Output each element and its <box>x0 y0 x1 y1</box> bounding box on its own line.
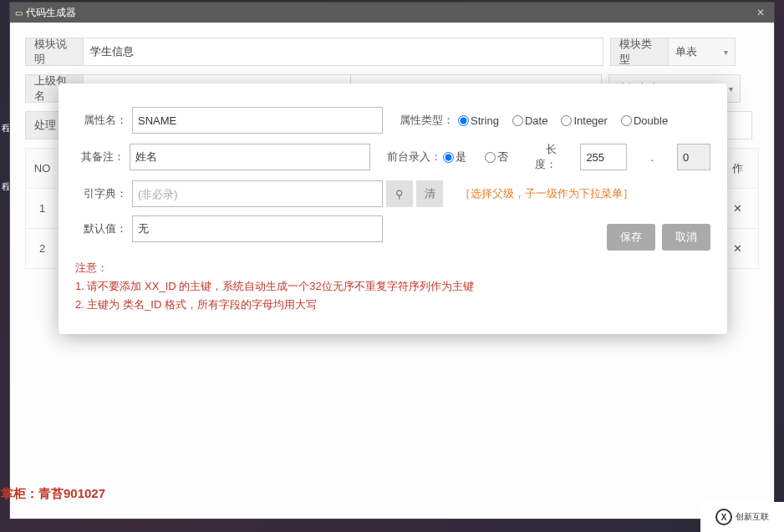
modal-row-dict: 引字典： ⚲ 清 ［选择父级，子一级作为下拉菜单］ <box>75 180 710 207</box>
save-button[interactable]: 保存 <box>607 224 655 251</box>
dict-clear-button[interactable]: 清 <box>416 180 443 207</box>
front-input-radio-group: 是 否 长度： . <box>443 142 710 172</box>
radio-double[interactable]: Double <box>621 114 668 127</box>
attr-type-label: 属性类型： <box>400 113 458 128</box>
radio-date[interactable]: Date <box>512 114 547 127</box>
modal-row-attrname: 属性名： 属性类型： String Date Integer Double <box>75 107 710 134</box>
note-title: 注意： <box>75 259 710 277</box>
radio-double-input[interactable] <box>621 115 632 126</box>
attribute-modal: 属性名： 属性类型： String Date Integer Double 其备… <box>59 84 727 334</box>
length-int-input[interactable] <box>580 144 627 170</box>
note-line-1: 1. 请不要添加 XX_ID 的主键，系统自动生成一个32位无序不重复字符序列作… <box>75 277 710 296</box>
cancel-button[interactable]: 取消 <box>662 224 710 251</box>
search-icon: ⚲ <box>395 188 404 200</box>
length-frac-input[interactable] <box>677 144 710 170</box>
modal-backdrop: 属性名： 属性类型： String Date Integer Double 其备… <box>0 0 784 532</box>
radio-date-input[interactable] <box>512 115 523 126</box>
radio-integer[interactable]: Integer <box>561 114 607 127</box>
radio-string-input[interactable] <box>458 115 469 126</box>
attr-name-label: 属性名： <box>75 113 127 128</box>
modal-row-remark: 其备注： 前台录入： 是 否 长度： . <box>75 142 710 172</box>
default-input[interactable] <box>132 215 383 242</box>
dict-search-button[interactable]: ⚲ <box>386 180 413 207</box>
radio-integer-input[interactable] <box>561 115 572 126</box>
radio-yes-input[interactable] <box>443 152 454 163</box>
radio-no-input[interactable] <box>485 152 496 163</box>
remark-label: 其备注： <box>75 149 125 165</box>
dict-input[interactable] <box>132 180 383 207</box>
dict-label: 引字典： <box>75 186 127 201</box>
radio-string[interactable]: String <box>458 114 499 127</box>
watermark-text: 创新互联 <box>736 511 769 523</box>
note-line-2: 2. 主键为 类名_ID 格式，所有字段的字母均用大写 <box>75 296 710 314</box>
watermark-icon: X <box>715 509 732 525</box>
dict-hint: ［选择父级，子一级作为下拉菜单］ <box>460 186 634 201</box>
radio-yes[interactable]: 是 <box>443 149 466 165</box>
front-input-label: 前台录入： <box>387 149 443 165</box>
note-block: 注意： 1. 请不要添加 XX_ID 的主键，系统自动生成一个32位无序不重复字… <box>75 259 710 314</box>
default-label: 默认值： <box>75 221 127 236</box>
length-dot: . <box>650 151 654 164</box>
watermark: X 创新互联 <box>700 502 784 532</box>
radio-no[interactable]: 否 <box>485 149 508 165</box>
attr-name-input[interactable] <box>132 107 383 134</box>
attr-type-radio-group: String Date Integer Double <box>458 114 668 127</box>
remark-input[interactable] <box>130 144 370 170</box>
length-label: 长度： <box>535 142 557 172</box>
